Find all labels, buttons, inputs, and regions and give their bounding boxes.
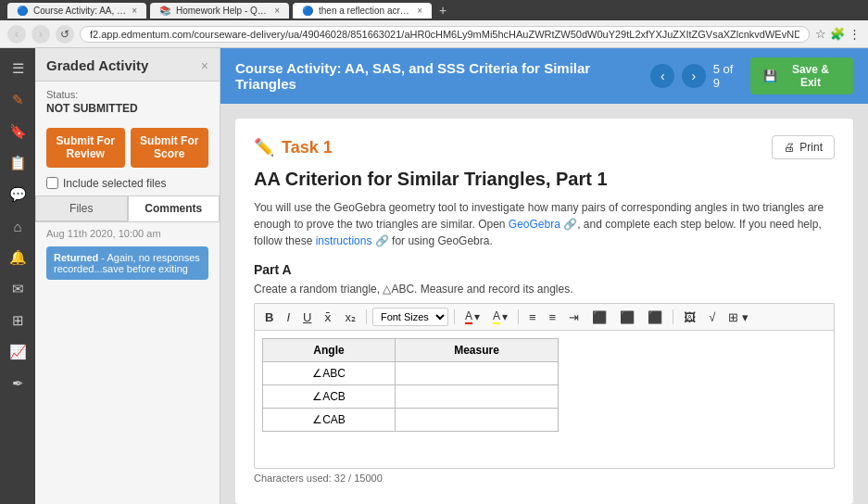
table-button[interactable]: ⊞ ▾ (723, 309, 753, 326)
task-header: ✏️ Task 1 🖨 Print (254, 135, 835, 159)
comment-date: Aug 11th 2020, 10:00 am (35, 222, 220, 243)
new-tab-button[interactable]: + (439, 3, 447, 18)
save-icon: 💾 (763, 69, 777, 82)
underline-button[interactable]: U (298, 309, 316, 326)
panel-tabs: Files Comments (35, 195, 220, 222)
geogebra-link[interactable]: GeoGebra 🔗 (509, 218, 577, 231)
print-button[interactable]: 🖨 Print (772, 135, 835, 159)
message-icon[interactable]: ✉ (3, 274, 32, 304)
formula-button[interactable]: √ (704, 309, 720, 326)
graded-panel-close-button[interactable]: × (201, 58, 208, 73)
comment-box: Returned - Again, no responses recorded.… (46, 246, 208, 280)
graded-panel: Graded Activity × Status: NOT SUBMITTED … (35, 48, 220, 504)
task-label: ✏️ Task 1 (254, 137, 333, 158)
tab-close-1[interactable]: × (132, 6, 137, 16)
angle-abc: ∠ABC (263, 362, 396, 385)
part-a-title: Part A (254, 262, 835, 277)
indent-button-1[interactable]: ⇥ (564, 309, 584, 326)
address-bar[interactable] (80, 26, 810, 43)
part-a-description: Create a random triangle, △ABC. Measure … (254, 283, 835, 296)
browser-bar: ‹ › ↺ ☆ 🧩 ⋮ (0, 20, 868, 48)
font-color-button[interactable]: A ▾ (460, 308, 484, 326)
table-row: ∠ABC (263, 362, 559, 385)
table-row: ∠ACB (263, 385, 559, 409)
angle-acb: ∠ACB (263, 385, 396, 409)
tab-close-2[interactable]: × (274, 6, 280, 16)
pencil-icon: ✏️ (254, 137, 274, 158)
bookmark-star-icon[interactable]: ☆ (815, 27, 826, 41)
char-count: Characters used: 32 / 15000 (254, 469, 835, 487)
angle-table: Angle Measure ∠ABC ∠ACB (262, 338, 559, 432)
back-button[interactable]: ‹ (7, 25, 26, 44)
measure-acb[interactable] (396, 385, 559, 409)
include-files-checkbox[interactable] (46, 177, 58, 189)
tab-course-activity[interactable]: 🔵 Course Activity: AA, SAS, and SS... × (7, 3, 146, 19)
next-page-button[interactable]: › (682, 64, 706, 88)
bookmark-icon[interactable]: 🔖 (3, 117, 32, 146)
list-button-1[interactable]: ≡ (524, 309, 541, 326)
angle-cab: ∠CAB (263, 409, 396, 432)
separator-4 (673, 309, 673, 324)
edit-icon[interactable]: ✎ (3, 85, 32, 115)
submit-for-review-button[interactable]: Submit For Review (46, 128, 125, 168)
instructions-link[interactable]: instructions 🔗 (316, 234, 389, 247)
prev-page-button[interactable]: ‹ (650, 64, 674, 88)
separator-2 (454, 309, 455, 324)
tab-reflection[interactable]: 🔵 then a reflection across the x ax... × (293, 3, 432, 19)
align-right-button[interactable]: ⬛ (643, 309, 667, 326)
content-body: ✏️ Task 1 🖨 Print AA Criterion for Simil… (220, 104, 868, 504)
nav-controls: ‹ › 5 of 9 💾 Save & Exit (650, 57, 853, 94)
save-exit-button[interactable]: 💾 Save & Exit (750, 57, 853, 94)
home-icon[interactable]: ⌂ (3, 211, 32, 241)
align-center-button[interactable]: ⬛ (615, 309, 639, 326)
activity-title: AA Criterion for Similar Triangles, Part… (254, 169, 835, 190)
extensions-icon[interactable]: 🧩 (830, 27, 845, 41)
returned-label: Returned (54, 252, 98, 263)
angle-column-header: Angle (263, 339, 396, 362)
table-row: ∠CAB (263, 409, 559, 432)
content-header: Course Activity: AA, SAS, and SSS Criter… (220, 48, 868, 104)
notification-icon[interactable]: 🔔 (3, 243, 32, 272)
browser-chrome: 🔵 Course Activity: AA, SAS, and SS... × … (0, 0, 868, 20)
graded-panel-header: Graded Activity × (35, 48, 220, 82)
submit-for-score-button[interactable]: Submit For Score (131, 128, 209, 168)
image-button[interactable]: 🖼 (679, 309, 700, 326)
editor-area[interactable]: Angle Measure ∠ABC ∠ACB (254, 330, 835, 469)
strikethrough-button[interactable]: x̄ (320, 309, 336, 326)
graded-panel-title: Graded Activity (46, 57, 148, 73)
menu-icon[interactable]: ⋮ (849, 27, 861, 41)
activity-icon[interactable]: 📋 (3, 148, 32, 178)
editor-toolbar: B I U x̄ x₂ Font Sizes 81012141824 A ▾ (254, 303, 835, 330)
tab-close-3[interactable]: × (417, 6, 422, 16)
separator-3 (518, 309, 519, 324)
pen-icon[interactable]: ✒ (3, 369, 32, 398)
include-files-row: Include selected files (35, 173, 220, 195)
calculator-icon[interactable]: ⊞ (3, 306, 32, 335)
submit-buttons: Submit For Review Submit For Score (35, 122, 220, 173)
part-a-section: Part A Create a random triangle, △ABC. M… (254, 262, 835, 487)
chat-icon[interactable]: 💬 (3, 180, 32, 209)
separator-1 (366, 309, 367, 324)
tab-homework[interactable]: 📚 Homework Help - Q&A from Onl... × (150, 3, 289, 19)
status-value: NOT SUBMITTED (46, 102, 208, 115)
measure-abc[interactable] (396, 362, 559, 385)
reload-button[interactable]: ↺ (56, 25, 74, 44)
tab-files[interactable]: Files (35, 195, 128, 221)
subscript-button[interactable]: x₂ (340, 309, 360, 326)
italic-button[interactable]: I (282, 309, 295, 326)
bg-color-button[interactable]: A ▾ (488, 308, 512, 326)
bold-button[interactable]: B (260, 309, 278, 326)
activity-description: You will use the GeoGebra geometry tool … (254, 199, 835, 249)
forward-button[interactable]: › (31, 25, 50, 44)
save-exit-label: Save & Exit (781, 63, 840, 89)
align-left-button[interactable]: ⬛ (587, 309, 611, 326)
tab-comments[interactable]: Comments (128, 195, 220, 221)
menu-icon[interactable]: ☰ (3, 54, 32, 83)
include-files-label: Include selected files (63, 177, 166, 190)
measure-cab[interactable] (396, 409, 559, 432)
chart-icon[interactable]: 📈 (3, 337, 32, 367)
status-section: Status: NOT SUBMITTED (35, 82, 220, 122)
list-button-2[interactable]: ≡ (545, 309, 561, 326)
font-size-select[interactable]: Font Sizes 81012141824 (372, 308, 448, 326)
main-content: Course Activity: AA, SAS, and SSS Criter… (220, 48, 868, 504)
